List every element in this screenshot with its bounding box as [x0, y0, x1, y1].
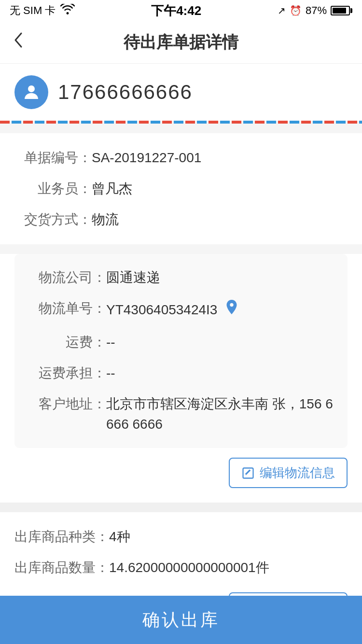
edit-logistics-label: 编辑物流信息	[260, 464, 335, 481]
freight-bearer-label: 运费承担：	[29, 363, 106, 383]
logistics-section: 物流公司： 圆通速递 物流单号： YT43064053424I3 运费： -- …	[0, 254, 362, 503]
alarm-icon: ⏰	[290, 5, 302, 16]
freight-bearer-row: 运费承担： --	[29, 363, 333, 383]
freight-label: 运费：	[29, 332, 106, 352]
order-info-section: 单据编号： SA-20191227-001 业务员： 曾凡杰 交货方式： 物流	[0, 133, 362, 244]
item-qty-row: 出库商品数量： 14.62000000000000001件	[14, 558, 348, 578]
delivery-row: 交货方式： 物流	[14, 210, 348, 230]
address-row: 客户地址： 北京市市辖区海淀区永丰南 张，156 6666 6666	[29, 394, 333, 434]
order-number-label: 单据编号：	[14, 148, 92, 168]
confirm-button-label: 确认出库	[142, 608, 220, 632]
delivery-label: 交货方式：	[14, 210, 92, 230]
wifi-icon	[60, 4, 75, 17]
order-number-value: SA-20191227-001	[92, 148, 348, 168]
freight-value: --	[106, 332, 333, 352]
logistics-tracking-row: 物流单号： YT43064053424I3	[29, 298, 333, 322]
location-icon: ↗	[278, 5, 286, 16]
logistics-company-label: 物流公司：	[29, 267, 106, 288]
item-types-label: 出库商品种类：	[14, 527, 109, 547]
carrier-label: 无 SIM 卡	[10, 3, 56, 18]
item-types-value: 4种	[109, 527, 348, 547]
item-qty-label: 出库商品数量：	[14, 558, 109, 578]
section-divider	[0, 503, 362, 512]
page-title: 待出库单据详情	[124, 31, 238, 54]
user-header: 17666666666	[0, 64, 362, 121]
dashed-divider	[0, 121, 362, 124]
back-button[interactable]	[12, 29, 25, 55]
salesman-row: 业务员： 曾凡杰	[14, 179, 348, 199]
order-number-row: 单据编号： SA-20191227-001	[14, 148, 348, 168]
location-pin-icon[interactable]	[223, 298, 240, 322]
freight-bearer-value: --	[106, 363, 333, 383]
address-value: 北京市市辖区海淀区永丰南 张，156 6666 6666	[106, 394, 333, 434]
edit-logistics-button[interactable]: 编辑物流信息	[229, 458, 348, 488]
avatar	[14, 75, 48, 109]
status-right: ↗ ⏰ 87%	[278, 4, 352, 17]
delivery-value: 物流	[92, 210, 348, 230]
freight-row: 运费： --	[29, 332, 333, 352]
status-left: 无 SIM 卡	[10, 3, 75, 18]
user-phone: 17666666666	[58, 81, 193, 104]
item-types-row: 出库商品种类： 4种	[14, 527, 348, 547]
logistics-card: 物流公司： 圆通速递 物流单号： YT43064053424I3 运费： -- …	[14, 254, 348, 448]
item-qty-value: 14.62000000000000001件	[109, 558, 348, 578]
salesman-value: 曾凡杰	[92, 179, 348, 199]
salesman-label: 业务员：	[14, 179, 92, 199]
logistics-company-value: 圆通速递	[106, 267, 333, 288]
confirm-button[interactable]: 确认出库	[0, 596, 362, 644]
status-bar: 无 SIM 卡 下午4:42 ↗ ⏰ 87%	[0, 0, 362, 21]
nav-bar: 待出库单据详情	[0, 21, 362, 64]
address-label: 客户地址：	[29, 394, 106, 414]
logistics-company-row: 物流公司： 圆通速递	[29, 267, 333, 288]
logistics-tracking-label: 物流单号：	[29, 298, 106, 319]
edit-logistics-area: 编辑物流信息	[14, 458, 348, 488]
svg-point-0	[28, 85, 35, 92]
logistics-tracking-value: YT43064053424I3	[106, 298, 333, 322]
battery-percent: 87%	[306, 4, 327, 17]
status-time: 下午4:42	[151, 2, 201, 19]
edit-icon	[241, 466, 255, 480]
battery-icon	[331, 6, 352, 15]
